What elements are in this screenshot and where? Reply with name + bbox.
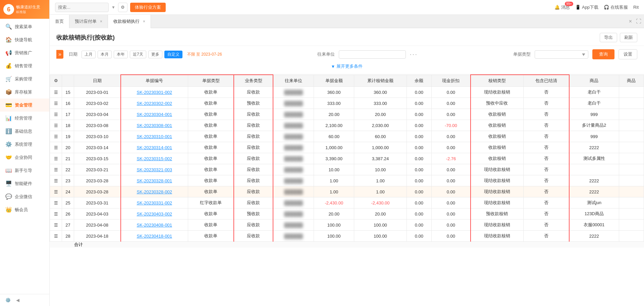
col-header-index	[62, 75, 74, 87]
sidebar-item-finance[interactable]: 💳资金管理	[0, 99, 49, 112]
tab-prepay[interactable]: 预计应付单×	[69, 15, 108, 28]
singleno-link[interactable]: SK-20230314-001	[137, 145, 172, 150]
filter-dots: ···	[410, 51, 418, 58]
app-label: App下载	[582, 4, 598, 10]
col-header-date: 日期	[74, 75, 121, 87]
date-7days-btn[interactable]: 近7天	[130, 51, 146, 58]
settings-icon[interactable]: ⚙️	[5, 298, 11, 303]
cell-product2	[619, 208, 644, 220]
col-header-settings[interactable]: ⚙	[50, 75, 62, 87]
singleno-link[interactable]: SK-20230315-002	[137, 156, 172, 161]
cell-settings[interactable]: ☰	[50, 208, 62, 220]
tab-close-prepay[interactable]: ×	[100, 19, 102, 24]
singleno-link[interactable]: SK-20230304-001	[137, 112, 172, 117]
tab-collection[interactable]: 收款核销执行×	[108, 15, 151, 28]
partner-blurred: ██████	[284, 234, 303, 239]
app-download-link[interactable]: 📱 App下载	[575, 4, 598, 10]
singleno-link[interactable]: SK-20230301-002	[137, 90, 172, 95]
sidebar-item-sales[interactable]: 💰销售管理	[0, 59, 49, 72]
sidebar-item-purchase[interactable]: 🛒采购管理	[0, 72, 49, 85]
cell-biztype: 应收款	[234, 197, 273, 208]
industry-solution-button[interactable]: 体验行业方案	[130, 3, 166, 12]
tab-close-collection[interactable]: ×	[143, 19, 145, 24]
export-button[interactable]: 导出	[600, 33, 617, 42]
cell-settings[interactable]: ☰	[50, 120, 62, 131]
footer-empty	[50, 242, 74, 248]
user-name[interactable]: Rit	[633, 5, 639, 10]
service-link[interactable]: 🎧 在线客服	[604, 4, 628, 10]
cell-cashdiscount: 0.00	[432, 186, 471, 197]
singleno-link[interactable]: SK-20230328-001	[137, 178, 172, 183]
date-this-month-btn[interactable]: 本月	[98, 51, 112, 58]
sidebar-item-guide[interactable]: 📖新手引导	[0, 164, 49, 177]
cell-product: 999	[569, 109, 619, 120]
col-header-partner: 往来单位	[273, 75, 314, 87]
singleno-link[interactable]: SK-20230418-001	[137, 234, 172, 239]
receipt-type-select[interactable]	[535, 50, 588, 59]
singleno-link[interactable]: SK-20230308-001	[137, 123, 172, 128]
filter-expand-arrow[interactable]: »	[56, 50, 63, 59]
singleno-link[interactable]: SK-20230302-002	[137, 101, 172, 106]
tab-home[interactable]: 首页	[50, 15, 69, 28]
sidebar-item-wechat[interactable]: 💬企业微信	[0, 190, 49, 203]
refresh-button[interactable]: 刷新	[620, 33, 637, 42]
cell-singleno: SK-20230328-002	[121, 186, 188, 197]
table-setting-button[interactable]: 设置	[619, 49, 637, 59]
topbar-search-input[interactable]	[55, 3, 109, 12]
cell-settings[interactable]: ☰	[50, 131, 62, 142]
sidebar-item-operations[interactable]: 📊经营管理	[0, 112, 49, 125]
cell-balance: 0.00	[407, 197, 431, 208]
sidebar-item-system[interactable]: ⚙️系统管理	[0, 138, 49, 151]
singleno-link[interactable]: SK-20230328-002	[137, 189, 172, 194]
sidebar-label-guide: 新手引导	[15, 168, 32, 174]
cell-index: 18	[62, 120, 74, 131]
cell-cumwrite: 360.00	[354, 87, 407, 98]
cell-settings[interactable]: ☰	[50, 87, 62, 98]
singleno-link[interactable]: SK-20230310-001	[137, 134, 172, 139]
singleno-link[interactable]: SK-20230403-002	[137, 211, 172, 217]
search-icon: 🔍	[5, 23, 12, 30]
tabbar-close-icon[interactable]: ×	[629, 18, 632, 24]
topbar-gear-button[interactable]: ⚙	[118, 3, 127, 12]
date-more-btn[interactable]: 更多	[148, 51, 162, 58]
cell-includecleared: 否	[523, 98, 569, 109]
cell-settings[interactable]: ☰	[50, 175, 62, 186]
cell-settings[interactable]: ☰	[50, 98, 62, 109]
cell-settings[interactable]: ☰	[50, 164, 62, 175]
tabbar-expand-icon[interactable]: ⛶	[636, 18, 641, 24]
cell-cumwrite: 20.00	[354, 109, 407, 120]
date-prev-month-btn[interactable]: 上月	[82, 51, 96, 58]
sidebar-item-search[interactable]: 🔍搜索菜单	[0, 20, 49, 33]
singleno-link[interactable]: SK-20230321-003	[137, 167, 172, 172]
cell-partner: ██████	[273, 131, 314, 142]
singleno-link[interactable]: SK-20230408-001	[137, 223, 172, 228]
sidebar-item-member[interactable]: 👑畅会员	[0, 203, 49, 216]
cell-settings[interactable]: ☰	[50, 220, 62, 231]
cell-index: 20	[62, 142, 74, 153]
sidebar-item-basic[interactable]: ℹ️基础信息	[0, 125, 49, 138]
cell-singleno: SK-20230302-002	[121, 98, 188, 109]
sidebar-item-hardware[interactable]: 🖥️智能硬件	[0, 177, 49, 190]
cell-settings[interactable]: ☰	[50, 109, 62, 120]
date-custom-btn[interactable]: 自定义	[164, 51, 182, 58]
cell-settings[interactable]: ☰	[50, 186, 62, 197]
singleno-link[interactable]: SK-20230331-002	[137, 200, 172, 205]
sidebar-item-marketing[interactable]: 📢营销推广	[0, 46, 49, 59]
sidebar-item-enterprise[interactable]: 🤝企业协同	[0, 151, 49, 164]
collapse-icon[interactable]: ◀	[16, 298, 19, 303]
message-icon[interactable]: 🔔 消息 99+	[554, 4, 570, 10]
cell-settings[interactable]: ☰	[50, 153, 62, 164]
cell-settings[interactable]: ☰	[50, 142, 62, 153]
sidebar-item-inventory[interactable]: 📦库存核算	[0, 85, 49, 99]
col-header-includecleared: 包含已结清	[523, 75, 569, 87]
partner-input[interactable]	[339, 50, 406, 59]
cell-settings[interactable]: ☰	[50, 197, 62, 208]
cell-settings[interactable]: ☰	[50, 231, 62, 242]
query-button[interactable]: 查询	[592, 49, 614, 59]
table-wrap[interactable]: ⚙ 日期 单据编号 单据类型 业务类型 往来单位 单据金额 累计核销金额 余额 …	[50, 74, 644, 306]
date-this-year-btn[interactable]: 本年	[114, 51, 128, 58]
cell-cashdiscount: 0.00	[432, 142, 471, 153]
expand-more-button[interactable]: ▼ 展开更多条件	[331, 62, 363, 71]
sidebar-item-quicknav[interactable]: 🏠快捷导航	[0, 33, 49, 46]
cell-product2	[619, 197, 644, 208]
